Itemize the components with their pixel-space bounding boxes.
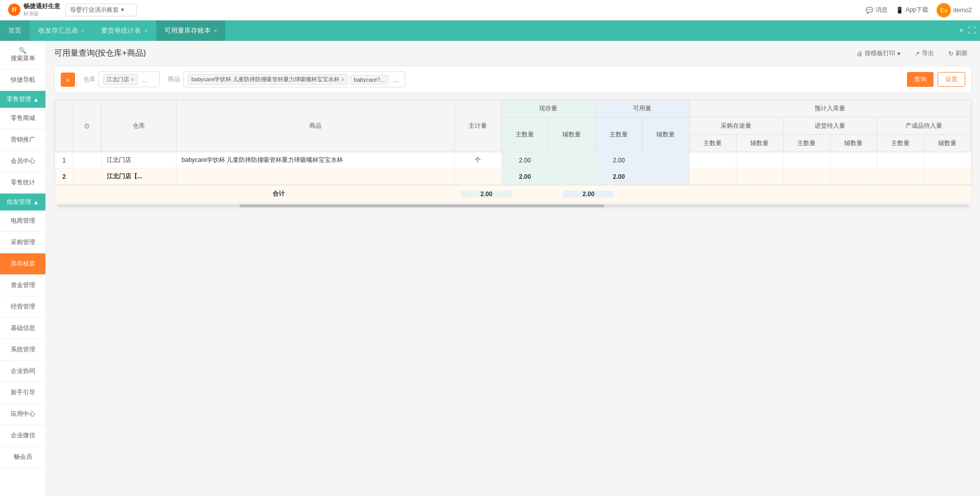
cell-mainunit: 个	[454, 152, 501, 169]
col-purchase-transit: 采购在途量	[689, 117, 783, 135]
cell-production-sub	[924, 152, 971, 169]
tab-order-close[interactable]: ×	[144, 28, 147, 34]
cell-product2	[176, 169, 454, 185]
sidebar-basic-label: 基础信息	[11, 324, 35, 332]
tab-receive-label: 收发存汇总表	[38, 26, 78, 35]
message-icon: 💬	[866, 7, 873, 14]
product-dots[interactable]: ...	[390, 76, 401, 84]
sidebar-shop-label: 零售商城	[11, 114, 35, 122]
product-tag2-text: babycare?...	[354, 77, 385, 83]
tab-receive[interactable]: 收发存汇总表 ×	[30, 20, 93, 41]
cell-incoming-sub2	[830, 169, 877, 185]
horizontal-scrollbar[interactable]	[55, 202, 971, 208]
logo-text-group: 畅捷通好生意 标准版	[23, 3, 60, 17]
refresh-btn[interactable]: ↻ 刷新	[944, 47, 972, 60]
export-btn[interactable]: ↗ 导出	[911, 47, 938, 60]
cell-production-main2	[877, 169, 924, 185]
col-purchase-main: 主数量	[689, 135, 736, 152]
tab-home[interactable]: 首页	[0, 20, 30, 41]
filter-actions: 查询 设置	[907, 72, 965, 87]
col-incoming-pending: 进货待入量	[783, 117, 877, 135]
sidebar-inventory-label: 库存核算	[11, 260, 35, 267]
main-layout: 🔍 搜索菜单 快捷导航 零售管理 ▲ 零售商城 营销推广 会员中心 零售统计 批…	[0, 41, 980, 496]
tab-close-all-icon[interactable]: ×	[959, 26, 964, 35]
cell-production-main	[877, 152, 924, 169]
tab-order[interactable]: 要货单统计表 ×	[93, 20, 156, 41]
sidebar-item-purchase[interactable]: 采购管理	[0, 232, 45, 253]
sidebar-item-appstore[interactable]: 应用中心	[0, 404, 45, 425]
cell-product: babycare学饮杯 儿童防摔防撞吸管杯重力球吸嘴杯宝宝水杯	[176, 152, 454, 169]
sidebar-retail-label: 零售管理	[7, 95, 31, 104]
top-bar-left: 好 畅捷通好生意 标准版 母婴行业演示账套 ▾	[8, 3, 137, 17]
sidebar-enterprise-label: 企业协同	[11, 367, 35, 374]
top-bar-right: 💬 消息 📱 App下载 Ea demo2	[866, 3, 972, 17]
print-label: 按模板打印	[865, 49, 895, 58]
scrollbar-thumb[interactable]	[239, 204, 604, 207]
avatar-initials: Ea	[941, 7, 947, 13]
sidebar-quicknav[interactable]: 快捷导航	[0, 69, 45, 91]
query-button[interactable]: 查询	[907, 72, 934, 87]
cell-rownum: 1	[55, 152, 74, 169]
tab-fullscreen-icon[interactable]: ⛶	[968, 26, 976, 35]
app-download-btn[interactable]: 📱 App下载	[896, 6, 928, 14]
warehouse-dots[interactable]: ...	[140, 76, 150, 84]
warehouse-tag-delete[interactable]: ×	[131, 76, 134, 83]
data-table: ⚙ 仓库 商品 主计量 现存量 可用量 预计入库量 主数量 辅数量 主数量 辅数…	[55, 100, 971, 185]
sidebar-finance-label: 资金管理	[11, 281, 35, 289]
product-input[interactable]: babycare学饮杯 儿童防摔防撞吸管杯重力球吸嘴杯宝宝水杯 × babyca…	[183, 72, 405, 87]
col-planned-group: 预计入库量	[689, 100, 971, 117]
warehouse-filter-group: 仓库 江北门店 × ...	[83, 72, 160, 87]
sidebar-item-system[interactable]: 系统管理	[0, 339, 45, 361]
sidebar-item-shop[interactable]: 零售商城	[0, 108, 45, 129]
logo-icon: 好	[8, 4, 20, 16]
cell-avail-main2: 2.00	[595, 169, 642, 185]
cell-current-sub2	[548, 169, 595, 185]
sidebar-item-basic[interactable]: 基础信息	[0, 318, 45, 339]
sidebar-item-ecommerce[interactable]: 电商管理	[0, 210, 45, 232]
message-btn[interactable]: 💬 消息	[866, 6, 888, 14]
warehouse-tag: 江北门店 ×	[103, 74, 138, 85]
sidebar-item-member[interactable]: 会员中心	[0, 151, 45, 172]
sidebar-wholesale-label: 批发管理	[7, 198, 31, 206]
sidebar-item-vip[interactable]: 畅会员	[0, 446, 45, 468]
col-rownum	[55, 100, 74, 152]
chevron-up-icon2: ▲	[33, 199, 39, 206]
product-tag1-delete[interactable]: ×	[341, 76, 345, 83]
sidebar-retail-header[interactable]: 零售管理 ▲	[0, 91, 45, 108]
tab-receive-close[interactable]: ×	[81, 28, 84, 34]
industry-selector[interactable]: 母婴行业演示账套 ▾	[65, 4, 137, 16]
sidebar-item-marketing[interactable]: 营销推广	[0, 129, 45, 151]
sidebar-wholesale-header[interactable]: 批发管理 ▲	[0, 194, 45, 210]
col-avail-sub: 辅数量	[642, 117, 689, 152]
col-settings-icon: ⚙	[74, 100, 102, 152]
cell-purchase-sub2	[736, 169, 783, 185]
industry-label: 母婴行业演示账套	[70, 6, 119, 14]
avatar: Ea	[937, 3, 951, 17]
tab-available[interactable]: 可用量库存账本 ×	[156, 20, 226, 41]
sidebar-item-inventory[interactable]: 库存核算	[0, 253, 45, 275]
nav-tabs: 首页 收发存汇总表 × 要货单统计表 × 可用量库存账本 × × ⛶	[0, 20, 980, 41]
sidebar-item-finance[interactable]: 资金管理	[0, 275, 45, 296]
print-btn[interactable]: 🖨 按模板打印 ▾	[852, 47, 904, 60]
tab-available-close[interactable]: ×	[214, 28, 217, 34]
page-actions: 🖨 按模板打印 ▾ ↗ 导出 ↻ 刷新	[852, 47, 972, 60]
sidebar: 🔍 搜索菜单 快捷导航 零售管理 ▲ 零售商城 营销推广 会员中心 零售统计 批…	[0, 41, 46, 496]
settings-button[interactable]: 设置	[938, 72, 965, 87]
sidebar-item-operation[interactable]: 经营管理	[0, 296, 45, 318]
sidebar-item-retailstats[interactable]: 零售统计	[0, 172, 45, 194]
cell-incoming-sub	[830, 152, 877, 169]
filter-bar: » 仓库 江北门店 × ... 商品 babycare学饮杯 儿童防摔防撞吸管杯…	[54, 66, 972, 93]
col-incoming-main: 主数量	[783, 135, 830, 152]
sidebar-item-enterprise[interactable]: 企业协同	[0, 361, 45, 382]
sidebar-item-guide[interactable]: 新手引导	[0, 382, 45, 404]
sidebar-item-wecom[interactable]: 企业微信	[0, 425, 45, 446]
warehouse-input[interactable]: 江北门店 × ...	[99, 72, 160, 87]
col-production-sub: 辅数量	[924, 135, 971, 152]
user-profile[interactable]: Ea demo2	[937, 3, 972, 17]
sidebar-search[interactable]: 🔍 搜索菜单	[0, 41, 45, 69]
gear-icon[interactable]: ⚙	[84, 122, 90, 130]
product-tag1: babycare学饮杯 儿童防摔防撞吸管杯重力球吸嘴杯宝宝水杯 ×	[188, 74, 348, 85]
table-row: 1 江北门店 babycare学饮杯 儿童防摔防撞吸管杯重力球吸嘴杯宝宝水杯 个…	[55, 152, 971, 169]
filter-toggle-btn[interactable]: »	[61, 73, 75, 87]
cell-warehouse2: 江北门店【...	[101, 169, 176, 185]
